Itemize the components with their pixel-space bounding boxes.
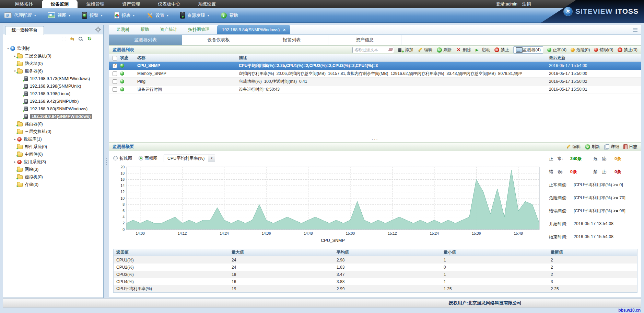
select-all-checkbox[interactable] xyxy=(113,56,117,60)
禁止-button[interactable]: 禁止 xyxy=(494,47,509,53)
添加-button[interactable]: 添加 xyxy=(398,47,413,53)
site-link[interactable]: bbs.w10.cn xyxy=(618,308,641,313)
stats-column-header[interactable]: 最大值 xyxy=(232,249,337,255)
tree-item[interactable]: 存储(0) xyxy=(3,181,103,188)
subtab[interactable]: 资产信息 xyxy=(328,35,401,45)
search-icon[interactable] xyxy=(78,36,83,41)
top-menu-item[interactable]: 资产管理 xyxy=(113,0,149,8)
chevron-down-icon[interactable]: ▾ xyxy=(208,14,209,17)
chevron-down-icon[interactable]: ▾ xyxy=(34,14,36,17)
top-menu-item[interactable]: 运维管理 xyxy=(78,0,113,8)
stats-row[interactable]: CPU3(%)193.4712 xyxy=(114,271,637,278)
启动-button[interactable]: 启动 xyxy=(475,47,490,53)
top-menu-item[interactable]: 设备监测 xyxy=(42,0,78,8)
tree-item[interactable]: 192.168.9.42(SNMPUnix) xyxy=(3,98,103,105)
section-collapse-handle[interactable]: ··· xyxy=(109,137,641,142)
column-status[interactable]: 状态 xyxy=(120,55,137,61)
monitor-row[interactable]: Memory_SNMP虚拟内存利用率(%)=20.06,虚拟内存总空间(MB)=… xyxy=(109,70,641,78)
chevron-down-icon[interactable]: ▼ xyxy=(208,155,215,162)
tab-menu-icon[interactable] xyxy=(633,28,637,32)
subtab[interactable]: 监测器列表 xyxy=(109,35,182,45)
metric-dropdown[interactable]: CPU平均利用率(%) ▼ xyxy=(164,155,215,162)
stats-row[interactable]: CPU1(%)242.9812 xyxy=(114,256,637,264)
chevron-down-icon[interactable]: ▾ xyxy=(101,14,103,17)
stats-row[interactable]: CPU平均利用率(%)192.991.252.25 xyxy=(114,285,637,292)
tree-item[interactable]: ▸二层交换机(3) xyxy=(3,52,103,60)
日志-button[interactable]: 日志 xyxy=(623,144,637,150)
tree-item[interactable]: 防火墙(0) xyxy=(3,60,103,67)
刷新-button[interactable]: 刷新 xyxy=(437,47,452,53)
tree-expand-icon[interactable]: ▸ xyxy=(13,160,17,164)
column-name[interactable]: 名称 xyxy=(137,55,239,61)
active-device-tab[interactable]: 192.168.9.84(SNMPWindows)× xyxy=(217,25,290,34)
line-chart-radio[interactable]: 折线图 xyxy=(113,156,132,161)
toolbar-item[interactable]: 代理配置▾ xyxy=(4,12,36,19)
stats-column-header[interactable]: 最小值 xyxy=(444,249,551,255)
row-checkbox[interactable] xyxy=(113,71,117,76)
tree-item[interactable]: 192.168.9.198(Linux) xyxy=(3,90,103,98)
chevron-down-icon[interactable]: ▾ xyxy=(69,14,71,17)
transfer-icon[interactable]: ⇆ xyxy=(70,36,74,41)
tree-item[interactable]: 192.168.9.173(SNMPWindows) xyxy=(3,75,103,82)
collapse-all-icon[interactable]: − xyxy=(62,37,66,41)
main-tab[interactable]: 拓扑图管理 xyxy=(183,25,215,34)
tree-item[interactable]: 192.168.9.198(SNMPUnix) xyxy=(3,82,103,90)
counter-badge[interactable]: 危险(0) xyxy=(571,47,590,53)
tree-item[interactable]: ▸应用系统(3) xyxy=(3,158,103,166)
row-checkbox[interactable] xyxy=(113,87,117,92)
stats-column-header[interactable]: 最新值 xyxy=(551,249,637,255)
tree-item[interactable]: 192.168.9.80(SNMPWindows) xyxy=(3,105,103,113)
top-menu-item[interactable]: 网络拓扑 xyxy=(6,0,42,8)
tree-item[interactable]: ▸数据库(1) xyxy=(3,135,103,143)
toolbar-item[interactable]: 帮助 xyxy=(221,12,238,19)
main-tab[interactable]: 帮助 xyxy=(135,25,155,34)
row-checkbox[interactable] xyxy=(113,79,117,84)
counter-badge[interactable]: 错误(0) xyxy=(594,47,613,53)
counter-badge[interactable]: 监测器(4) xyxy=(513,46,543,54)
tree-item[interactable]: 中间件(0) xyxy=(3,150,103,158)
刷新-button[interactable]: 刷新 xyxy=(585,144,600,150)
row-checkbox[interactable] xyxy=(113,64,117,68)
tree-item[interactable]: ▾监测树 xyxy=(3,45,103,52)
stats-column-header[interactable]: 返回值 xyxy=(114,249,232,255)
编辑-button[interactable]: 编辑 xyxy=(418,47,433,53)
tree-refresh-icon[interactable]: ↻ xyxy=(87,36,92,41)
main-tab[interactable]: 资产统计 xyxy=(155,25,183,34)
gear-icon[interactable] xyxy=(96,27,100,32)
编辑-button[interactable]: 编辑 xyxy=(566,144,581,150)
tree-item[interactable]: 邮件系统(0) xyxy=(3,143,103,150)
main-tab[interactable]: 监测树 xyxy=(111,25,135,34)
chevron-down-icon[interactable]: ▾ xyxy=(167,14,168,17)
tree-item[interactable]: 网站(3) xyxy=(3,166,103,173)
tree-item[interactable]: 路由器(0) xyxy=(3,120,103,128)
tree-expand-icon[interactable]: ▸ xyxy=(13,137,17,141)
toolbar-item[interactable]: 报警▾ xyxy=(82,12,103,19)
stats-row[interactable]: CPU2(%)241.6302 xyxy=(114,264,637,271)
monitor-row[interactable]: CPU_SNMPCPU平均利用率(%)=2.25,CPU1(%)=2,CPU2(… xyxy=(109,62,641,70)
tree-item[interactable]: 192.168.9.84(SNMPWindows) xyxy=(3,113,103,120)
monitor-row[interactable]: 设备运行时间设备运行时间=6:50:432016-05-17 15:50:01 xyxy=(109,86,641,93)
toolbar-item[interactable]: 资源发现▾ xyxy=(180,12,209,19)
area-chart-radio-circle[interactable] xyxy=(139,156,143,160)
column-desc[interactable]: 描述 xyxy=(239,55,549,61)
area-chart-radio[interactable]: 面积图 xyxy=(139,156,158,161)
monitor-row[interactable]: Ping包成功率(%)=100,往返时间(ms)=0.412016-05-17 … xyxy=(109,78,641,86)
close-icon[interactable]: × xyxy=(283,28,285,32)
name-filter-input[interactable] xyxy=(352,47,394,53)
详细-button[interactable]: 详细 xyxy=(604,144,619,150)
counter-badge[interactable]: 正常(4) xyxy=(547,47,566,53)
tree-item[interactable]: ▾服务器(6) xyxy=(3,67,103,75)
counter-badge[interactable]: 禁止(0) xyxy=(618,47,637,53)
tree-item[interactable]: 虚拟机(0) xyxy=(3,173,103,181)
tree-expand-icon[interactable]: ▾ xyxy=(6,47,10,50)
top-menu-item[interactable]: 仪表板中心 xyxy=(149,0,189,8)
toolbar-item[interactable]: 报表▾ xyxy=(114,12,135,19)
stats-row[interactable]: CPU4(%)163.8813 xyxy=(114,278,637,285)
panel-splitter[interactable] xyxy=(104,25,108,298)
删除-button[interactable]: 删除 xyxy=(456,47,471,53)
toolbar-item[interactable]: 设置▾ xyxy=(146,12,168,19)
top-menu-item[interactable]: 系统设置 xyxy=(189,0,225,8)
chevron-down-icon[interactable]: ▾ xyxy=(133,14,135,17)
tab-unified-platform[interactable]: 统一监控平台 xyxy=(5,26,44,35)
line-chart-radio-circle[interactable] xyxy=(113,156,118,160)
